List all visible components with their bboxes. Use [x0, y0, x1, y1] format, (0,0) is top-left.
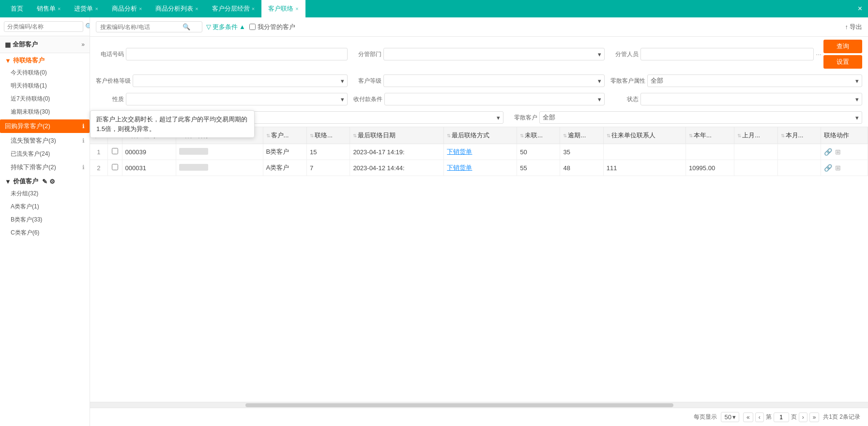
nav-customer-contact[interactable]: 客户联络 ×	[261, 0, 305, 17]
grid-icon: ▦	[5, 41, 11, 48]
sidebar-item-loss-warning[interactable]: 流失预警客户(3) ℹ	[0, 134, 90, 147]
total-records-label: 共1页 2条记录	[823, 413, 860, 421]
row2-uncontacted: 55	[517, 160, 560, 176]
sidebar-item-c-class[interactable]: C类客户(6)	[0, 226, 90, 239]
table-footer: 每页显示 50 ▾ « ‹ 第 页 › » 共1页 2条记录	[90, 408, 868, 426]
nav-product-analysis[interactable]: 商品分析 ×	[105, 0, 149, 17]
status-select[interactable]: ▾	[640, 93, 862, 105]
last-page-btn[interactable]: »	[809, 412, 820, 422]
sidebar-collapse-btn[interactable]: »	[81, 41, 85, 48]
th-this-month: ⇅ 本月...	[777, 127, 821, 144]
more-conditions-btn[interactable]: ▽ 更多条件 ▲	[206, 23, 245, 31]
nav-purchase-close[interactable]: ×	[95, 6, 98, 12]
sidebar-item-declining[interactable]: 持续下滑客户(2) ℹ	[0, 161, 90, 174]
row1-grid-icon[interactable]: ⊞	[835, 148, 841, 156]
arrow-down-icon: ▼	[5, 57, 11, 64]
sidebar-item-overdue[interactable]: 逾期未联络(30)	[0, 105, 90, 118]
filter-bar: 🔍 ▽ 更多条件 ▲ 我分管的客户 ↑ 导出	[90, 17, 868, 37]
my-customers-checkbox-label[interactable]: 我分管的客户	[249, 23, 295, 31]
sidebar-item-tomorrow[interactable]: 明天待联络(1)	[0, 79, 90, 92]
nav-purchase[interactable]: 进货单 ×	[67, 0, 105, 17]
sidebar-item-today[interactable]: 今天待联络(0)	[0, 66, 90, 79]
sidebar-search-button[interactable]: 🔍	[85, 23, 90, 30]
sidebar-item-abnormal-repurchase[interactable]: 回购异常客户(2) ℹ	[0, 119, 90, 133]
adv-row-3: 性质 ▾ 收付款条件 ▾ 状态	[90, 90, 868, 108]
sidebar-item-7days[interactable]: 近7天待联络(0)	[0, 92, 90, 105]
nav-product-list[interactable]: 商品分析列表 ×	[149, 0, 205, 17]
adv-retail-cust: 零散客户 全部 ▾	[509, 111, 863, 124]
pagination: « ‹ 第 页 › »	[743, 412, 819, 422]
content-area: 🔍 ▽ 更多条件 ▲ 我分管的客户 ↑ 导出 电话号码	[90, 17, 868, 426]
row2-this-year: 10995.00	[685, 160, 734, 176]
manager-select[interactable]	[640, 48, 814, 60]
payment-select[interactable]: ▾	[384, 93, 605, 105]
nav-customer-contact-close[interactable]: ×	[295, 6, 298, 12]
retail-attr-select[interactable]: 全部 ▾	[647, 74, 862, 87]
retail-cust-select[interactable]: 全部 ▾	[539, 111, 863, 124]
adv-row-2: 客户价格等级 ▾ 客户等级 ▾ 零散客户属性 全部	[90, 72, 868, 90]
edit-icon[interactable]: ✎	[42, 178, 47, 185]
adv-retail-attr: 零散客户属性 全部 ▾	[610, 74, 862, 87]
main-search-input[interactable]	[100, 24, 183, 30]
next-page-btn[interactable]: ›	[799, 412, 807, 422]
sidebar-item-lost[interactable]: 已流失客户(24)	[0, 147, 90, 161]
nav-product-list-close[interactable]: ×	[195, 6, 198, 12]
manager-dots[interactable]: ···	[816, 50, 822, 58]
page-label: 页	[791, 413, 797, 421]
sidebar-section-value: ▼ 价值客户 ✎ ⚙	[0, 174, 90, 187]
chevron-down-icon: ▾	[598, 51, 601, 58]
cust-level-select[interactable]: ▾	[383, 74, 605, 87]
sidebar-item-ungrouped[interactable]: 未分组(32)	[0, 187, 90, 200]
my-customers-checkbox[interactable]	[249, 24, 256, 30]
nature-select[interactable]: ▾	[126, 93, 348, 105]
row1-action: 🔗 ⊞	[821, 144, 868, 160]
row2-last-method[interactable]: 下销货单	[444, 160, 517, 176]
row1-uncontacted: 50	[517, 144, 560, 160]
per-page-select[interactable]: 50 ▾	[721, 412, 739, 422]
chevron-down-icon-3: ▾	[598, 77, 601, 85]
query-button[interactable]: 查询	[823, 40, 862, 53]
table-wrap: ⚙ ⇅ 客户编码 ⇅	[90, 127, 868, 402]
th-last-method: ⇅ 最后联络方式	[444, 127, 517, 144]
nav-customer-tier[interactable]: 客户分层经营 ×	[205, 0, 261, 17]
row2-link-icon[interactable]: 🔗	[824, 164, 832, 172]
row2-index: 2	[90, 160, 107, 176]
row1-index: 1	[90, 144, 107, 160]
row1-name	[176, 144, 263, 160]
row2-checkbox[interactable]	[112, 164, 118, 170]
row1-link-icon[interactable]: 🔗	[824, 148, 832, 156]
price-level-select[interactable]: ▾	[133, 74, 348, 87]
row2-last-month	[734, 160, 777, 176]
table-row: 2 000031 A类客户 7 2023-04-12 14:44: 下销货单	[90, 160, 868, 176]
sidebar-all-customers[interactable]: ▦ 全部客户 »	[0, 36, 90, 53]
nav-customer-tier-close[interactable]: ×	[252, 6, 255, 12]
chevron-down-icon-10: ▾	[732, 413, 736, 421]
row1-last-method[interactable]: 下销货单	[444, 144, 517, 160]
nav-sales-close[interactable]: ×	[58, 6, 61, 12]
horizontal-scrollbar[interactable]	[90, 402, 868, 408]
scrollbar-thumb[interactable]	[245, 403, 673, 407]
sidebar-item-b-class[interactable]: B类客户(33)	[0, 213, 90, 226]
nav-product-analysis-close[interactable]: ×	[139, 6, 142, 12]
export-btn[interactable]: ↑ 导出	[845, 23, 863, 31]
window-close-btn[interactable]: ×	[858, 4, 862, 13]
row2-grid-icon[interactable]: ⊞	[835, 164, 841, 172]
sidebar-search-input[interactable]	[4, 21, 83, 32]
first-page-btn[interactable]: «	[743, 412, 753, 422]
row1-level: B类客户	[263, 144, 307, 160]
settings-button[interactable]: 设置	[823, 55, 862, 69]
sidebar-item-a-class[interactable]: A类客户(1)	[0, 200, 90, 213]
nav-home[interactable]: 首页	[4, 0, 30, 17]
dept-select[interactable]: ▾	[383, 48, 605, 60]
adv-dept: 分管部门 ▾	[353, 48, 605, 60]
phone-input[interactable]	[126, 48, 348, 60]
info-icon-2: ℹ	[82, 137, 85, 144]
arrow-down-icon-2: ▼	[5, 178, 11, 185]
sidebar-search-area: 🔍	[0, 17, 90, 36]
prev-page-btn[interactable]: ‹	[755, 412, 764, 422]
page-input[interactable]	[774, 412, 789, 422]
settings-icon-2[interactable]: ⚙	[49, 178, 55, 185]
row1-checkbox[interactable]	[112, 148, 118, 154]
nav-sales[interactable]: 销售单 ×	[30, 0, 67, 17]
action-buttons: 查询 设置	[823, 40, 862, 69]
